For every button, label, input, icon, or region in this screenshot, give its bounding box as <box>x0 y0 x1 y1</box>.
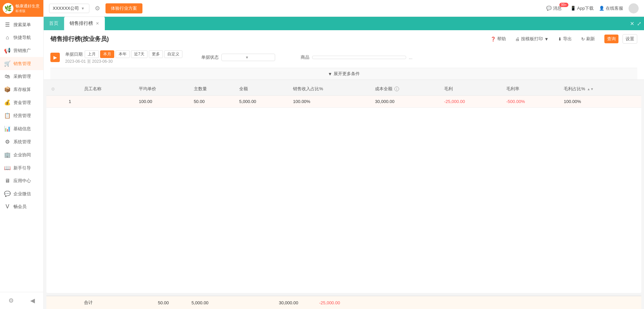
trial-button[interactable]: 体验行业方案 <box>105 3 142 13</box>
sidebar-item-basic-info[interactable]: 📊 基础信息 <box>0 122 43 135</box>
status-label: 单据状态 <box>201 54 219 60</box>
sidebar-item-member[interactable]: V 畅会员 <box>0 200 43 213</box>
expand-more-button[interactable]: ▼ 展开更多条件 <box>328 71 360 77</box>
table-footer: 合计 50.00 5,000.00 30,000.00 -25,000.00 <box>46 296 641 309</box>
user-avatar[interactable] <box>629 3 639 13</box>
cost-info-icon[interactable]: i <box>394 87 399 91</box>
sidebar-item-marketing[interactable]: 📢 营销推广 <box>0 44 43 57</box>
col-gp-pct: 毛利占比% ▲▼ <box>560 83 641 96</box>
enterprise-icon: 🏢 <box>4 152 11 158</box>
cell-gross-margin: -500.00% <box>502 96 560 108</box>
sidebar-item-search[interactable]: ☰ 搜索菜单 <box>0 18 43 31</box>
sidebar-logo: 🌿 畅康通好生意 标准版 <box>0 0 43 17</box>
close-window-icon[interactable]: ✕ <box>630 20 634 27</box>
home-icon: ⌂ <box>4 35 11 41</box>
message-icon: 💬 <box>546 6 552 11</box>
tab-home[interactable]: 首页 <box>44 17 64 30</box>
date-btn-more[interactable]: 更多 <box>149 50 163 58</box>
sidebar-item-label: 经营管理 <box>13 113 31 119</box>
message-button[interactable]: 💬 消息 99+ <box>546 5 565 11</box>
export-button[interactable]: ⬇ 导出 <box>555 35 574 43</box>
cell-amount: 5,000.00 <box>235 96 289 108</box>
online-support-button[interactable]: 👤 在线客服 <box>599 5 623 11</box>
sidebar-item-purchase[interactable]: 🛍 采购管理 <box>0 70 43 83</box>
wechat-icon: 💬 <box>4 191 11 197</box>
inventory-icon: 📦 <box>4 86 11 93</box>
cell-settings <box>46 96 60 108</box>
print-button[interactable]: 🖨 按模板打印 ▼ <box>513 35 551 43</box>
col-gross-profit: 毛利 <box>440 83 502 96</box>
table-row: 1 100.00 50.00 5,000.00 100.00% 30,000.0… <box>46 96 641 108</box>
refresh-button[interactable]: ↻ 刷新 <box>578 35 598 43</box>
page-header: 销售排行榜(按业务员) ❓ 帮助 🖨 按模板打印 ▼ ⬇ 导出 <box>44 30 644 80</box>
sidebar-item-inventory[interactable]: 📦 库存核算 <box>0 83 43 96</box>
col-amount: 全额 <box>235 83 289 96</box>
date-btn-this-year[interactable]: 本年 <box>116 50 130 58</box>
support-icon: 👤 <box>599 6 604 11</box>
status-select[interactable]: ▼ <box>221 54 275 61</box>
help-button[interactable]: ❓ 帮助 <box>488 35 509 43</box>
app-download-button[interactable]: 📱 App下载 <box>570 5 594 11</box>
col-settings[interactable]: ⚙ <box>46 83 60 96</box>
print-dropdown-arrow: ▼ <box>544 37 549 42</box>
company-name: XXXXXX公司 <box>53 5 79 11</box>
sidebar-settings-button[interactable]: ⚙ <box>6 296 16 306</box>
basic-info-icon: 📊 <box>4 125 11 132</box>
logo-icon: 🌿 <box>3 3 13 14</box>
system-icon: ⚙ <box>4 139 11 145</box>
tab-close-icon[interactable]: ✕ <box>96 21 99 26</box>
date-buttons: 上月 本月 本年 近7天 更多 自定义 <box>85 50 182 58</box>
date-btn-7days[interactable]: 近7天 <box>131 50 147 58</box>
app-download-label: App下载 <box>577 5 594 11</box>
search-menu-icon: ☰ <box>4 21 11 28</box>
query-button[interactable]: 查询 <box>604 35 618 43</box>
sidebar-item-system[interactable]: ⚙ 系统管理 <box>0 135 43 148</box>
topbar: XXXXXX公司 ▼ ⚙ 体验行业方案 💬 消息 99+ 📱 App下载 👤 在… <box>44 0 644 17</box>
col-rank <box>60 83 80 96</box>
finance-icon: 💰 <box>4 99 11 106</box>
goods-input[interactable] <box>312 56 406 59</box>
sidebar-item-quick-nav[interactable]: ⌂ 快捷导航 <box>0 31 43 44</box>
sidebar-collapse-button[interactable]: ◀ <box>28 296 38 306</box>
sidebar: 🌿 畅康通好生意 标准版 ☰ 搜索菜单 ⌂ 快捷导航 📢 营销推广 🛒 销售管理… <box>0 0 44 309</box>
sidebar-item-finance[interactable]: 💰 资金管理 <box>0 96 43 109</box>
sidebar-item-wechat[interactable]: 💬 企业微信 <box>0 187 43 200</box>
tab-sales-rank[interactable]: 销售排行榜 ✕ <box>64 17 105 30</box>
col-main-qty: 主数量 <box>190 83 235 96</box>
page-title: 销售排行榜(按业务员) <box>50 35 109 43</box>
sidebar-item-enterprise[interactable]: 🏢 企业协同 <box>0 148 43 161</box>
col-avg-price: 平均单价 <box>135 83 189 96</box>
status-dropdown-arrow: ▼ <box>245 55 249 59</box>
goods-more[interactable]: ... <box>409 55 413 60</box>
sidebar-item-app-center[interactable]: 🖥 应用中心 <box>0 174 43 187</box>
status-filter-group: 单据状态 ▼ <box>201 54 275 61</box>
cell-main-qty: 50.00 <box>190 96 235 108</box>
date-btn-last-month[interactable]: 上月 <box>85 50 99 58</box>
footer-total-label: 合计 <box>84 300 124 306</box>
company-selector[interactable]: XXXXXX公司 ▼ <box>49 4 89 13</box>
sidebar-item-sales[interactable]: 🛒 销售管理 <box>0 57 43 70</box>
sidebar-item-guide[interactable]: 📖 新手引导 <box>0 161 43 174</box>
settings-button[interactable]: 设置 <box>622 34 637 44</box>
refresh-icon: ↻ <box>581 37 585 42</box>
date-btn-this-month[interactable]: 本月 <box>100 50 114 58</box>
help-label: 帮助 <box>497 36 506 42</box>
sidebar-item-label: 新手引导 <box>13 165 31 171</box>
date-filter-group: 单据日期 上月 本月 本年 近7天 更多 自定义 2023-06-01 至 20… <box>65 50 182 64</box>
expand-label: 展开更多条件 <box>334 71 360 77</box>
filter-expand-arrow[interactable]: ▶ <box>50 53 60 62</box>
table-body: 1 100.00 50.00 5,000.00 100.00% 30,000.0… <box>46 96 641 108</box>
sidebar-item-operations[interactable]: 📋 经营管理 <box>0 109 43 122</box>
logo-name: 畅康通好生意 <box>15 4 40 9</box>
app-center-icon: 🖥 <box>4 178 11 184</box>
tab-sales-rank-label: 销售排行榜 <box>70 20 93 27</box>
maximize-icon[interactable]: ⤢ <box>637 20 641 27</box>
topbar-right: 💬 消息 99+ 📱 App下载 👤 在线客服 <box>546 3 639 13</box>
date-btn-custom[interactable]: 自定义 <box>164 50 182 58</box>
col-cost-amount: 成本全额 i <box>371 83 440 96</box>
expand-more-row: ▼ 展开更多条件 <box>50 68 637 80</box>
member-icon: V <box>4 204 11 210</box>
sort-icon[interactable]: ▲▼ <box>587 87 594 91</box>
download-icon: 📱 <box>570 6 576 11</box>
topbar-settings-button[interactable]: ⚙ <box>93 3 101 13</box>
